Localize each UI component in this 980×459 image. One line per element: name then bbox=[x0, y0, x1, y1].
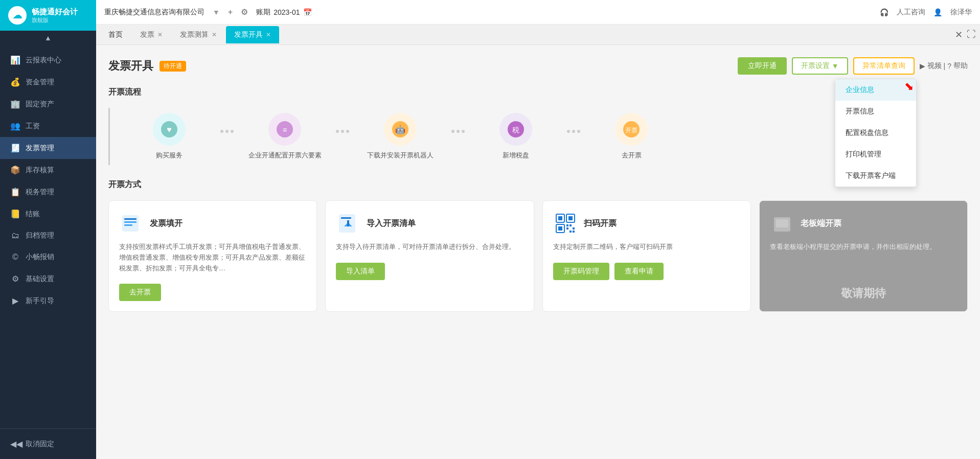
method-boss-desc: 查看老板端小程序提交的开票申请，并作出相应的处理。 bbox=[770, 242, 957, 253]
content-area: 发票开具 待开通 立即开通 开票设置 ▼ 异常清单查询 ▶ 视频 | ? 帮助 bbox=[96, 45, 980, 459]
method-import-button[interactable]: 导入清单 bbox=[336, 263, 385, 280]
sidebar-item-jiezhang[interactable]: 📒 结账 bbox=[0, 203, 96, 225]
flow-step-2: ≡ 企业开通配置开票六要素 bbox=[234, 113, 336, 160]
sidebar-label-kucun: 库存核算 bbox=[26, 166, 54, 175]
separator: | bbox=[944, 62, 946, 70]
method-boss-header: 老板端开票 bbox=[770, 211, 957, 236]
sidebar-item-gongzi[interactable]: 👥 工资 bbox=[0, 115, 96, 137]
flow-step-icon-5: 开票 bbox=[615, 113, 648, 146]
flow-dots-1 bbox=[220, 130, 234, 143]
method-scan-icon bbox=[553, 211, 578, 236]
sidebar-icon-xinshouyindao: ▶ bbox=[10, 296, 20, 306]
sidebar-item-fapiaogluan[interactable]: 🧾 发票管理 bbox=[0, 137, 96, 159]
tab-fapiao-close[interactable]: ✕ bbox=[157, 31, 163, 38]
sidebar-scroll-up[interactable]: ▲ bbox=[0, 31, 96, 45]
sidebar-item-gudingzichan[interactable]: 🏢 固定资产 bbox=[0, 93, 96, 115]
flow-step-label-4: 新增税盘 bbox=[503, 151, 529, 160]
method-scan-title: 扫码开票 bbox=[584, 218, 617, 229]
svg-text:≡: ≡ bbox=[283, 126, 287, 134]
company-dropdown-icon[interactable]: ▼ bbox=[213, 8, 220, 16]
method-scan-view-button[interactable]: 查看申请 bbox=[614, 263, 664, 280]
svg-rect-15 bbox=[341, 217, 351, 219]
dropdown-item-peizhi[interactable]: 配置税盘信息 bbox=[835, 122, 916, 144]
sidebar-label-gongzi: 工资 bbox=[26, 122, 40, 131]
tab-fapiaosuanfa[interactable]: 发票测算 ✕ bbox=[172, 26, 225, 43]
sidebar-icon-jichushezhi: ⚙ bbox=[10, 274, 20, 284]
settings-dropdown-menu: 企业信息 开票信息 配置税盘信息 打印机管理 下载开票客户端 bbox=[835, 79, 917, 187]
sidebar-label-xiaochang: 小畅报销 bbox=[26, 253, 54, 262]
page-header: 发票开具 待开通 立即开通 开票设置 ▼ 异常清单查询 ▶ 视频 | ? 帮助 bbox=[108, 57, 968, 75]
topbar-right: 🎧 人工咨询 👤 徐泽华 bbox=[880, 8, 972, 17]
method-boss-overlay: 敬请期待 bbox=[770, 286, 957, 301]
topbar: 重庆畅捷交通信息咨询有限公司 ▼ + ⚙ 账期 2023-01 📅 🎧 人工咨询… bbox=[96, 0, 980, 25]
tab-fapiaosuanfa-close[interactable]: ✕ bbox=[212, 31, 217, 38]
tab-fapiao-label: 发票 bbox=[140, 30, 154, 39]
sidebar-item-kucun[interactable]: 📦 库存核算 bbox=[0, 159, 96, 181]
svg-rect-31 bbox=[776, 219, 788, 227]
method-boss-title: 老板端开票 bbox=[801, 218, 841, 229]
method-scan-qr-button[interactable]: 开票码管理 bbox=[553, 263, 609, 280]
sidebar-label-shuiwu: 税务管理 bbox=[26, 188, 54, 197]
tab-expand-icon[interactable]: ⛶ bbox=[967, 29, 976, 40]
topbar-period: 账期 2023-01 📅 bbox=[256, 8, 311, 17]
sidebar-label-fapiaogluan: 发票管理 bbox=[26, 144, 54, 153]
support-label[interactable]: 人工咨询 bbox=[897, 8, 925, 17]
sidebar-logo: ☁ 畅捷通好会计 旗舰版 bbox=[0, 0, 96, 31]
sidebar-item-zijin[interactable]: 💰 资金管理 bbox=[0, 71, 96, 93]
method-card-scan: 扫码开票 支持定制开票二维码，客户端可扫码开票 开票码管理 查看申请 bbox=[542, 200, 751, 312]
sidebar-item-guidang[interactable]: 🗂 归档管理 bbox=[0, 225, 96, 246]
dropdown-item-kaipiaoxinxi[interactable]: 开票信息 bbox=[835, 101, 916, 122]
method-scan-actions: 开票码管理 查看申请 bbox=[553, 263, 740, 280]
video-icon: ▶ bbox=[920, 62, 925, 70]
tabbar-controls: ✕ ⛶ bbox=[955, 29, 976, 40]
sidebar-icon-kucun: 📦 bbox=[10, 165, 20, 175]
method-import-header: 导入开票清单 bbox=[336, 211, 523, 236]
sidebar-item-jichushezhi[interactable]: ⚙ 基础设置 bbox=[0, 268, 96, 290]
dropdown-item-dayinji[interactable]: 打印机管理 bbox=[835, 144, 916, 165]
method-card-boss: 老板端开票 查看老板端小程序提交的开票申请，并作出相应的处理。 敬请期待 bbox=[759, 200, 968, 312]
user-name: 徐泽华 bbox=[950, 8, 972, 17]
svg-rect-25 bbox=[569, 224, 572, 226]
sidebar-item-xinshouyindao[interactable]: ▶ 新手引导 bbox=[0, 290, 96, 312]
logo-icon: ☁ bbox=[8, 6, 27, 25]
flow-step-icon-2: ≡ bbox=[268, 113, 301, 146]
sidebar-icon-yunbao: 📊 bbox=[10, 55, 20, 65]
sidebar-item-cancel-fixed[interactable]: ◀◀ 取消固定 bbox=[0, 433, 96, 455]
method-import-title: 导入开票清单 bbox=[367, 218, 416, 229]
tab-fapiaokaioju[interactable]: 发票开具 ✕ bbox=[226, 26, 279, 43]
topbar-plus-icon[interactable]: + bbox=[228, 8, 233, 17]
sidebar-label-gudingzichan: 固定资产 bbox=[26, 100, 54, 109]
method-fill-icon bbox=[119, 211, 144, 236]
dropdown-item-xiazai[interactable]: 下载开票客户端 bbox=[835, 165, 916, 187]
svg-rect-13 bbox=[124, 224, 132, 226]
abnormal-button[interactable]: 异常清单查询 bbox=[853, 57, 915, 75]
svg-rect-28 bbox=[569, 231, 572, 233]
methods-grid: 发票填开 支持按照发票样式手工填开发票；可开具增值税电子普通发票、增值税普通发票… bbox=[108, 200, 968, 312]
video-label: 视频 bbox=[927, 61, 942, 71]
calendar-icon[interactable]: 📅 bbox=[303, 8, 312, 16]
svg-rect-24 bbox=[566, 224, 568, 226]
logo-title: 畅捷通好会计 bbox=[32, 7, 78, 17]
tab-home[interactable]: 首页 bbox=[100, 26, 131, 43]
svg-rect-22 bbox=[558, 226, 562, 231]
svg-rect-29 bbox=[573, 231, 575, 233]
sidebar-label-yunbao: 云报表中心 bbox=[26, 56, 61, 65]
svg-rect-10 bbox=[122, 215, 139, 232]
activate-button[interactable]: 立即开通 bbox=[738, 57, 787, 75]
video-button[interactable]: ▶ 视频 | ? 帮助 bbox=[920, 61, 968, 71]
flow-step-4: 税 新增税盘 bbox=[465, 113, 567, 160]
method-fill-goto-button[interactable]: 去开票 bbox=[119, 284, 161, 301]
flow-dots-2 bbox=[336, 130, 349, 143]
sidebar-item-shuiwu[interactable]: 📋 税务管理 bbox=[0, 181, 96, 203]
sidebar-item-yunbao[interactable]: 📊 云报表中心 bbox=[0, 49, 96, 71]
svg-rect-11 bbox=[124, 218, 136, 220]
tab-fapiao[interactable]: 发票 ✕ bbox=[132, 26, 171, 43]
tab-fapiaokaioju-close[interactable]: ✕ bbox=[266, 31, 271, 38]
tab-close-icon[interactable]: ✕ bbox=[955, 29, 963, 40]
sidebar-icon-gudingzichan: 🏢 bbox=[10, 99, 20, 109]
sidebar-item-xiaochang[interactable]: © 小畅报销 bbox=[0, 246, 96, 268]
tabbar: 首页 发票 ✕ 发票测算 ✕ 发票开具 ✕ ✕ ⛶ bbox=[96, 25, 980, 45]
topbar-settings-icon[interactable]: ⚙ bbox=[241, 7, 248, 17]
flow-dots-3 bbox=[451, 130, 465, 143]
settings-button[interactable]: 开票设置 ▼ bbox=[792, 57, 848, 75]
